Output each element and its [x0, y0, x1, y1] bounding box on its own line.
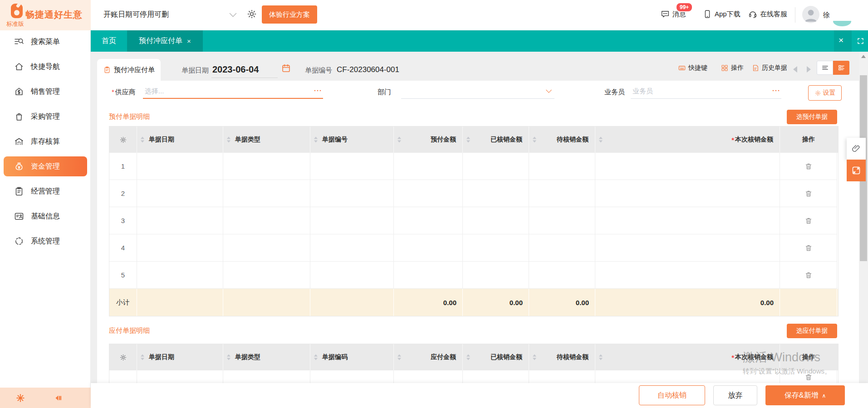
prepay-table-header: 单据日期 单据类型 单据编号 预付金额 已核销金额 待核销金额 *本次核销金额 … [109, 126, 838, 153]
trial-solution-button[interactable]: 体验行业方案 [262, 5, 317, 24]
close-icon[interactable]: × [839, 35, 843, 45]
money-bag-icon [14, 161, 25, 172]
attachment-button[interactable] [847, 138, 866, 160]
date-underline [211, 78, 278, 78]
col-header-date: 单据日期 [137, 126, 223, 153]
settings-gear-icon[interactable] [15, 393, 25, 403]
next-doc-icon[interactable] [807, 66, 811, 73]
sort-icon[interactable] [314, 355, 318, 360]
tab-prepay-writeoff[interactable]: 预付冲应付单 × [127, 30, 203, 52]
subtotal-prepay-amount: 0.00 [394, 299, 462, 306]
subtotal-current: 0.00 [595, 299, 780, 306]
salesman-label: 业务员 [604, 88, 625, 97]
col-header-operation: 操作 [780, 344, 837, 370]
delete-row-icon[interactable] [804, 217, 813, 225]
sidebar-item-system[interactable]: 系统管理 [4, 231, 87, 251]
auto-writeoff-button[interactable]: 自动核销 [639, 385, 705, 405]
sort-icon[interactable] [599, 137, 603, 143]
app-download-button[interactable]: App下载 [702, 9, 740, 19]
form-panel: *供应商 ··· 部门 业务员 ··· 设置 预付单据明细 选预付单据 单据日期… [97, 81, 859, 383]
col-header-number: 单据编号 [310, 126, 394, 153]
gear-icon[interactable] [246, 9, 257, 19]
select-payable-docs-button[interactable]: 选应付单据 [787, 324, 837, 338]
sort-icon[interactable] [227, 355, 230, 360]
save-and-new-button[interactable]: 保存&新增∧ [765, 385, 845, 405]
delete-row-icon[interactable] [804, 373, 813, 381]
list-view-toggle[interactable] [817, 61, 833, 75]
shortcut-keys-button[interactable]: 快捷键 [678, 64, 707, 72]
calendar-icon[interactable] [281, 63, 291, 73]
sort-icon[interactable] [227, 137, 230, 143]
salesman-input[interactable] [631, 83, 781, 98]
subtotal-label: 小计 [116, 298, 130, 307]
sidebar-item-purchase[interactable]: 采购管理 [4, 107, 87, 126]
shopping-bag-icon [14, 111, 25, 122]
scroll-up-icon[interactable] [861, 55, 866, 58]
sidebar-item-inventory[interactable]: 库存核算 [4, 131, 87, 151]
column-settings-icon[interactable] [119, 354, 127, 361]
sort-icon[interactable] [599, 355, 603, 360]
sidebar-item-quick-nav[interactable]: 快捷导航 [4, 57, 87, 77]
sort-icon[interactable] [397, 355, 401, 360]
salesman-field: ··· [631, 83, 781, 99]
department-input[interactable] [401, 83, 554, 98]
supplier-picker-button[interactable]: ··· [314, 87, 322, 94]
discard-button[interactable]: 放弃 [713, 385, 757, 405]
supplier-input[interactable] [143, 83, 323, 98]
form-tab-card[interactable]: 预付冲应付单 [97, 59, 161, 81]
chevron-down-icon[interactable] [230, 10, 237, 17]
sort-icon[interactable] [141, 137, 144, 143]
prev-doc-icon[interactable] [793, 66, 797, 73]
department-field [401, 83, 554, 99]
avatar[interactable] [802, 6, 819, 23]
history-button[interactable]: 历史单据 [751, 64, 787, 72]
sort-icon[interactable] [397, 137, 401, 143]
keyboard-icon [678, 64, 686, 72]
delete-row-icon[interactable] [804, 271, 813, 279]
sales-icon [14, 86, 25, 97]
column-settings-icon[interactable] [119, 136, 127, 144]
actions-button[interactable]: 操作 [721, 64, 744, 72]
brand-logo-icon [10, 3, 24, 21]
close-tab-icon[interactable]: × [187, 37, 191, 45]
sort-icon[interactable] [466, 137, 470, 143]
brand-area: 畅捷通好生意 标准版 [0, 0, 91, 30]
select-prepay-docs-button[interactable]: 选预付单据 [787, 110, 837, 124]
delete-row-icon[interactable] [804, 244, 813, 252]
sort-icon[interactable] [533, 137, 536, 143]
sort-icon[interactable] [141, 355, 144, 360]
delete-row-icon[interactable] [804, 162, 813, 170]
sidebar-footer [0, 388, 91, 408]
online-service-button[interactable]: 在线客服 [748, 9, 787, 19]
col-header-type: 单据类型 [223, 126, 310, 153]
table-row: 5 [109, 262, 838, 289]
account-set-dropdown[interactable]: 开账日期可停用可删 [103, 10, 169, 19]
col-header-type: 单据类型 [223, 344, 310, 370]
collapse-sidebar-icon[interactable] [53, 393, 63, 403]
fullscreen-icon[interactable] [856, 37, 865, 45]
sort-icon[interactable] [314, 137, 318, 143]
prepay-section-title: 预付单据明细 [109, 112, 150, 121]
tab-home[interactable]: 首页 [91, 30, 127, 52]
search-menu-icon [14, 36, 25, 47]
col-header-operation: 操作 [780, 126, 837, 153]
sidebar-item-funds[interactable]: 资金管理 [4, 156, 87, 176]
expand-panel-button[interactable] [847, 160, 866, 181]
vertical-scrollbar[interactable] [859, 52, 868, 408]
sidebar-item-base-info[interactable]: 基础信息 [4, 206, 87, 226]
delete-row-icon[interactable] [804, 189, 813, 198]
settings-button[interactable]: 设置 [808, 85, 842, 101]
gear-icon [814, 90, 821, 97]
card-view-toggle[interactable] [833, 61, 849, 75]
number-value: CF-20230604-001 [337, 65, 399, 74]
col-header-pending: 待核销金额 [529, 126, 595, 153]
date-value[interactable]: 2023-06-04 [212, 64, 259, 75]
user-name[interactable]: 徐 [823, 11, 830, 19]
messages-badge: 99+ [676, 2, 693, 12]
sidebar-item-sales[interactable]: 销售管理 [4, 82, 87, 102]
sort-icon[interactable] [533, 355, 536, 360]
sort-icon[interactable] [466, 355, 470, 360]
sidebar-item-search-menu[interactable]: 搜索菜单 [4, 32, 87, 52]
salesman-picker-button[interactable]: ··· [772, 87, 780, 94]
sidebar-item-operations[interactable]: 经营管理 [4, 181, 87, 201]
